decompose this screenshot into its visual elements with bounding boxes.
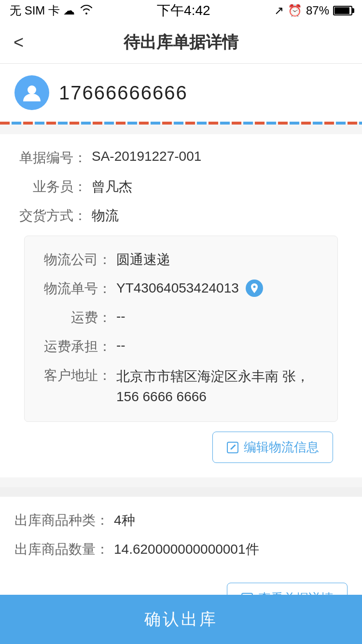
battery-text: 87% <box>306 4 329 17</box>
confirm-outbound-button[interactable]: 确认出库 <box>144 608 218 630</box>
address-value: 北京市市辖区海淀区永丰南 张，156 6666 6666 <box>116 366 323 407</box>
status-bar-left: 无 SIM 卡 ☁ <box>10 3 93 18</box>
status-bar-time: 下午4:42 <box>157 1 210 20</box>
confirm-btn-wrap[interactable]: 确认出库 <box>0 595 362 644</box>
salesman-value: 曾凡杰 <box>92 178 348 196</box>
svg-point-0 <box>28 85 36 94</box>
order-no-row: 单据编号： SA-20191227-001 <box>14 149 348 167</box>
status-bar-right: ↗ ⏰ 87% <box>274 4 352 17</box>
logistics-company-row: 物流公司： 圆通速递 <box>39 251 323 269</box>
goods-quantity-label: 出库商品数量： <box>14 540 114 559</box>
order-no-value: SA-20191227-001 <box>92 149 348 164</box>
logistics-section: 物流公司： 圆通速递 物流单号： YT43064053424013 运费： --… <box>24 236 338 422</box>
section-divider <box>0 487 362 497</box>
dashed-divider <box>0 122 362 125</box>
goods-section: 出库商品种类： 4种 出库商品数量： 14.620000000000001件 <box>0 497 362 573</box>
goods-quantity-row: 出库商品数量： 14.620000000000001件 <box>14 540 348 559</box>
freight-row: 运费： -- <box>39 308 323 327</box>
status-bar: 无 SIM 卡 ☁ 下午4:42 ↗ ⏰ 87% <box>0 0 362 21</box>
logistics-company-value: 圆通速递 <box>116 251 323 269</box>
edit-logistics-label: 编辑物流信息 <box>244 439 319 456</box>
tracking-location-icon[interactable] <box>246 280 263 297</box>
battery-icon <box>333 6 352 15</box>
nav-bar: < 待出库单据详情 <box>0 21 362 64</box>
sim-status: 无 SIM 卡 ☁ <box>10 3 75 18</box>
back-button[interactable]: < <box>14 32 24 53</box>
delivery-label: 交货方式： <box>14 207 92 225</box>
avatar <box>14 75 49 110</box>
delivery-value: 物流 <box>92 207 348 225</box>
logistics-company-label: 物流公司： <box>39 251 116 269</box>
order-no-label: 单据编号： <box>14 149 92 167</box>
alarm-icon: ⏰ <box>288 4 302 17</box>
wifi-icon <box>80 4 93 17</box>
freight-bearer-row: 运费承担： -- <box>39 337 323 356</box>
address-row: 客户地址： 北京市市辖区海淀区永丰南 张，156 6666 6666 <box>39 366 323 407</box>
tracking-no-label: 物流单号： <box>39 280 116 298</box>
edit-logistics-btn-wrap: 编辑物流信息 <box>14 422 348 463</box>
customer-phone: 17666666666 <box>59 82 188 104</box>
goods-type-row: 出库商品种类： 4种 <box>14 511 348 530</box>
salesman-label: 业务员： <box>14 178 92 196</box>
page-title: 待出库单据详情 <box>124 31 238 54</box>
edit-logistics-button[interactable]: 编辑物流信息 <box>212 432 333 463</box>
edit-icon <box>226 441 239 454</box>
location-arrow-icon: ↗ <box>274 4 284 17</box>
goods-type-value: 4种 <box>114 511 348 530</box>
customer-header: 17666666666 <box>0 64 362 122</box>
salesman-row: 业务员： 曾凡杰 <box>14 178 348 196</box>
address-label: 客户地址： <box>39 366 116 385</box>
goods-type-label: 出库商品种类： <box>14 511 114 530</box>
goods-quantity-value: 14.620000000000001件 <box>114 540 348 559</box>
basic-info-section: 单据编号： SA-20191227-001 业务员： 曾凡杰 交货方式： 物流 … <box>0 134 362 477</box>
tracking-no-row: 物流单号： YT43064053424013 <box>39 280 323 298</box>
freight-bearer-value: -- <box>116 337 323 353</box>
tracking-no-value: YT43064053424013 <box>116 280 323 297</box>
freight-value: -- <box>116 308 323 324</box>
svg-point-1 <box>253 286 255 288</box>
freight-label: 运费： <box>39 308 116 327</box>
delivery-row: 交货方式： 物流 <box>14 207 348 225</box>
freight-bearer-label: 运费承担： <box>39 337 116 356</box>
